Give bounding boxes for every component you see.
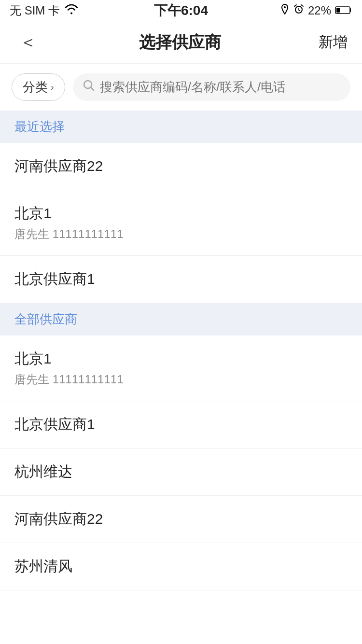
category-button[interactable]: 分类 › — [12, 73, 65, 101]
battery-icon — [335, 4, 352, 17]
nav-bar: ＜ 选择供应商 新增 — [0, 21, 362, 64]
item-name: 北京1 — [14, 204, 348, 224]
search-box — [73, 73, 350, 101]
item-name: 河南供应商22 — [14, 509, 348, 529]
item-name: 北京1 — [14, 349, 348, 369]
add-button[interactable]: 新增 — [319, 32, 348, 52]
all-list-item[interactable]: 北京1 唐先生 11111111111 — [0, 336, 362, 401]
item-name: 北京供应商1 — [14, 415, 348, 434]
filter-bar: 分类 › — [0, 64, 362, 111]
page-title: 选择供应商 — [139, 31, 221, 54]
status-right: 22% — [280, 4, 352, 17]
all-list: 北京1 唐先生 11111111111北京供应商1杭州维达河南供应商22苏州清风 — [0, 336, 362, 590]
chevron-right-icon: › — [51, 82, 54, 93]
all-section-header: 全部供应商 — [0, 303, 362, 336]
alarm-icon — [293, 4, 304, 17]
carrier-text: 无 SIM 卡 — [10, 3, 60, 18]
all-section-label: 全部供应商 — [14, 312, 77, 326]
recent-list: 河南供应商22北京1 唐先生 11111111111北京供应商1 — [0, 143, 362, 303]
category-label: 分类 — [23, 79, 48, 96]
svg-point-0 — [284, 6, 286, 8]
search-icon — [83, 79, 95, 95]
item-name: 杭州维达 — [14, 462, 348, 482]
item-name: 苏州清风 — [14, 557, 348, 576]
recent-list-item[interactable]: 北京1 唐先生 11111111111 — [0, 190, 362, 256]
all-list-item[interactable]: 杭州维达 — [0, 448, 362, 496]
status-left: 无 SIM 卡 — [10, 3, 78, 18]
wifi-icon — [65, 4, 78, 17]
all-list-item[interactable]: 北京供应商1 — [0, 401, 362, 448]
item-sub: 唐先生 11111111111 — [14, 226, 348, 242]
all-list-item[interactable]: 河南供应商22 — [0, 496, 362, 543]
svg-rect-3 — [336, 8, 340, 13]
status-bar: 无 SIM 卡 下午6:04 22% — [0, 0, 362, 21]
recent-section-label: 最近选择 — [14, 119, 65, 134]
all-list-item[interactable]: 苏州清风 — [0, 543, 362, 590]
location-icon — [280, 4, 290, 17]
item-sub: 唐先生 11111111111 — [14, 372, 348, 387]
back-button[interactable]: ＜ — [14, 26, 42, 59]
item-name: 北京供应商1 — [14, 269, 348, 289]
battery-text: 22% — [308, 4, 331, 17]
recent-list-item[interactable]: 北京供应商1 — [0, 256, 362, 303]
recent-list-item[interactable]: 河南供应商22 — [0, 143, 362, 190]
item-name: 河南供应商22 — [14, 156, 348, 176]
search-input[interactable] — [100, 80, 341, 95]
recent-section-header: 最近选择 — [0, 111, 362, 143]
time-display: 下午6:04 — [154, 1, 208, 20]
